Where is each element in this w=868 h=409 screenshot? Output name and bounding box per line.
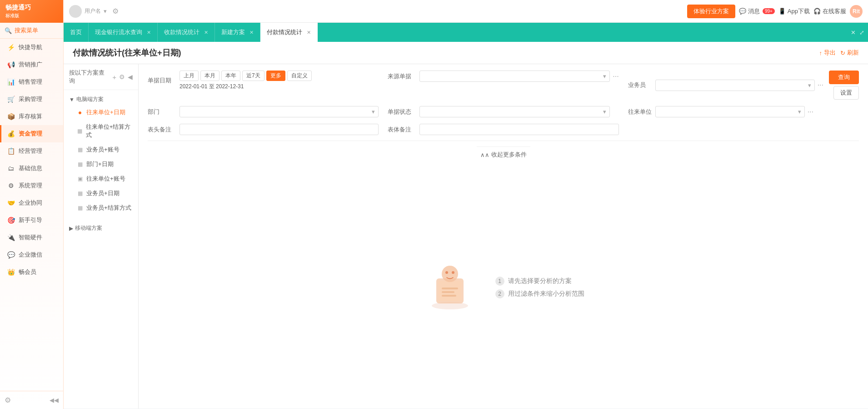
sidebar-collapse-icon[interactable]: ◀◀ — [50, 397, 59, 404]
header-remark-input[interactable] — [180, 124, 379, 135]
user-avatar[interactable]: Rit — [850, 5, 863, 18]
scheme-item-icon-staff-date: ▦ — [76, 190, 84, 197]
sidebar-item-inventory[interactable]: 📦 库存核算 — [0, 108, 63, 125]
scheme-item-staff-account[interactable]: ▦ 业务员+账号 — [64, 142, 138, 157]
hardware-icon: 🔌 — [7, 234, 15, 241]
tab-receipt-stats[interactable]: 收款情况统计 ✕ — [158, 23, 215, 42]
sidebar-item-label: 畅会员 — [19, 268, 36, 276]
sidebar-item-wechat[interactable]: 💬 企业微信 — [0, 246, 63, 263]
tab-receipt-stats-close[interactable]: ✕ — [204, 30, 208, 35]
sidebar-item-capital[interactable]: 💰 资金管理 — [0, 125, 63, 142]
sidebar-nav: ⚡ 快捷导航 📢 营销推广 📊 销售管理 🛒 采购管理 📦 库存核算 💰 资金管… — [0, 39, 63, 391]
collapse-label: 收起更多条件 — [491, 151, 527, 159]
date-opt-7days[interactable]: 近7天 — [242, 71, 264, 81]
section-title-text: 电脑端方案 — [76, 96, 104, 103]
sidebar-settings-icon[interactable]: ⚙ — [5, 396, 11, 404]
svg-rect-6 — [442, 288, 458, 289]
partner-select[interactable] — [655, 106, 805, 117]
inventory-icon: 📦 — [7, 113, 15, 120]
staff-dots[interactable]: ··· — [818, 81, 823, 89]
tab-bank-flow[interactable]: 现金银行流水查询 ✕ — [89, 23, 158, 42]
sidebar-item-sales[interactable]: 📊 销售管理 — [0, 73, 63, 91]
sidebar-item-label: 营销推广 — [19, 61, 42, 69]
partner-dots[interactable]: ··· — [808, 108, 813, 116]
tab-bank-flow-label: 现金银行流水查询 — [95, 28, 142, 36]
sidebar-item-label: 销售管理 — [19, 78, 42, 86]
scheme-add-btn[interactable]: + — [112, 73, 116, 81]
empty-illustration — [423, 260, 477, 315]
svg-rect-2 — [439, 281, 461, 301]
status-filter-label: 单据状态 — [388, 108, 419, 116]
date-opt-custom[interactable]: 自定义 — [287, 71, 312, 81]
hint-num-1: 1 — [495, 277, 504, 286]
date-opt-more[interactable]: 更多 — [266, 71, 285, 81]
sidebar-item-cooperation[interactable]: 🤝 企业协同 — [0, 194, 63, 212]
tab-receipt-stats-label: 收款情况统计 — [164, 28, 200, 36]
member-icon: 👑 — [7, 268, 15, 276]
sidebar-item-basic[interactable]: 🗂 基础信息 — [0, 160, 63, 177]
scheme-item-label: 业务员+日期 — [86, 189, 120, 197]
dept-filter-label: 部门 — [148, 108, 180, 116]
sidebar-item-purchase[interactable]: 🛒 采购管理 — [0, 91, 63, 108]
source-dots[interactable]: ··· — [613, 72, 619, 81]
customer-service-btn[interactable]: 🎧 在线客服 — [813, 7, 846, 15]
status-select[interactable] — [419, 106, 610, 117]
scheme-item-icon-staff-settle: ▦ — [76, 204, 84, 212]
avatar-text: Rit — [853, 8, 860, 15]
scheme-item-partner-date[interactable]: ● 往来单位+日期 — [64, 105, 138, 120]
purchase-icon: 🛒 — [7, 96, 15, 103]
messages-btn[interactable]: 💬 消息 99+ — [739, 7, 775, 15]
date-opt-last-month[interactable]: 上月 — [180, 71, 199, 81]
dropdown-icon[interactable]: ▾ — [104, 8, 107, 15]
tab-new-scheme[interactable]: 新建方案 ✕ — [215, 23, 260, 42]
tab-expand-icon[interactable]: ⤢ — [859, 29, 864, 36]
export-label: 导出 — [824, 49, 836, 57]
scheme-section-desktop-title[interactable]: ▼ 电脑端方案 — [64, 94, 138, 105]
sidebar-item-member[interactable]: 👑 畅会员 — [0, 263, 63, 281]
scheme-section-mobile: ▶ 移动端方案 — [64, 219, 138, 237]
scheme-settings-btn[interactable]: ⚙ — [119, 73, 125, 81]
sidebar-item-system[interactable]: ⚙ 系统管理 — [0, 177, 63, 194]
app-download-btn[interactable]: 📱 App下载 — [778, 7, 810, 15]
sidebar-item-operation[interactable]: 📋 经营管理 — [0, 142, 63, 160]
tab-payment-stats[interactable]: 付款情况统计 ✕ — [260, 23, 318, 42]
sidebar-item-quick-nav[interactable]: ⚡ 快捷导航 — [0, 39, 63, 56]
status-select-wrap — [419, 106, 610, 117]
empty-state: 1 请先选择要分析的方案 2 用过滤条件来缩小分析范围 — [139, 166, 868, 409]
tab-payment-stats-close[interactable]: ✕ — [307, 30, 311, 35]
export-btn[interactable]: ↑ 导出 — [819, 49, 836, 57]
scheme-item-dept-date[interactable]: ▦ 部门+日期 — [64, 157, 138, 172]
sidebar-item-hardware[interactable]: 🔌 智能硬件 — [0, 229, 63, 246]
scheme-collapse-btn[interactable]: ◀ — [128, 73, 133, 81]
body-remark-label: 表体备注 — [388, 126, 419, 134]
date-opt-this-year[interactable]: 本年 — [221, 71, 240, 81]
source-select[interactable] — [419, 71, 610, 82]
refresh-btn[interactable]: ↻ 刷新 — [840, 49, 859, 57]
staff-select[interactable] — [655, 80, 815, 91]
search-icon: 🔍 — [5, 27, 12, 34]
trial-button[interactable]: 体验行业方案 — [687, 5, 735, 18]
scheme-item-staff-settle[interactable]: ▦ 业务员+结算方式 — [64, 201, 138, 215]
sidebar-search[interactable]: 🔍 搜索菜单 — [0, 23, 63, 39]
scheme-item-partner-settle[interactable]: ▦ 往来单位+结算方式 — [64, 120, 138, 142]
query-button[interactable]: 查询 — [829, 71, 859, 84]
scheme-item-partner-account[interactable]: ▣ 往来单位+账号 — [64, 172, 138, 186]
scheme-item-staff-date[interactable]: ▦ 业务员+日期 — [64, 186, 138, 201]
sidebar-item-marketing[interactable]: 📢 营销推广 — [0, 56, 63, 73]
settings-gear-icon[interactable]: ⚙ — [112, 7, 119, 15]
date-opt-this-month[interactable]: 本月 — [200, 71, 219, 81]
tab-home[interactable]: 首页 — [64, 23, 89, 42]
tab-new-scheme-close[interactable]: ✕ — [249, 30, 254, 35]
settings-button[interactable]: 设置 — [833, 86, 859, 100]
app-download-label: App下载 — [788, 7, 810, 15]
body-remark-input[interactable] — [419, 124, 619, 135]
scheme-section-mobile-title[interactable]: ▶ 移动端方案 — [64, 222, 138, 234]
sidebar-item-guide[interactable]: 🎯 新手引导 — [0, 212, 63, 229]
dept-select[interactable] — [180, 106, 379, 117]
guide-icon: 🎯 — [7, 217, 15, 224]
sidebar-footer: ⚙ ◀◀ — [0, 391, 63, 409]
sidebar-item-label: 基础信息 — [19, 164, 42, 172]
tab-close-all-icon[interactable]: ✕ — [851, 29, 856, 36]
collapse-more-btn[interactable]: ∧∧ 收起更多条件 — [477, 146, 530, 162]
tab-bank-flow-close[interactable]: ✕ — [147, 30, 151, 35]
